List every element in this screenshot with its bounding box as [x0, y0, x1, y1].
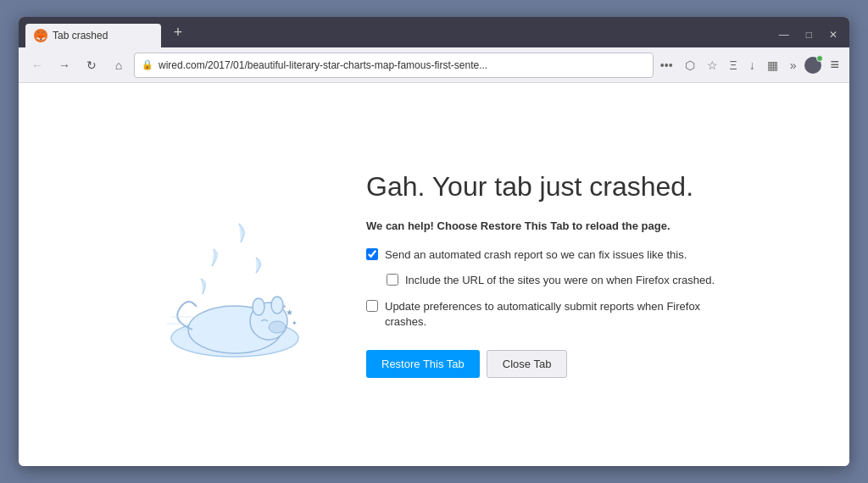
- new-tab-button[interactable]: +: [166, 20, 190, 44]
- crash-subtitle: We can help! Choose Restore This Tab to …: [366, 219, 722, 232]
- restore-tab-button[interactable]: Restore This Tab: [366, 350, 480, 378]
- pocket-icon[interactable]: ⬡: [682, 57, 698, 74]
- browser-tab[interactable]: 🦊 Tab crashed: [25, 24, 161, 47]
- sidebar-icon[interactable]: ▦: [764, 57, 782, 74]
- back-button[interactable]: ←: [25, 53, 49, 77]
- window-controls: — □ ✕: [774, 27, 843, 47]
- crash-report-checkbox-item: Send an automated crash report so we can…: [366, 247, 722, 263]
- reload-button[interactable]: ↻: [80, 53, 103, 77]
- address-bar[interactable]: 🔒 wired.com/2017/01/beautiful-literary-s…: [134, 53, 654, 78]
- checkbox-group: Send an automated crash report so we can…: [366, 247, 722, 330]
- svg-point-3: [253, 298, 264, 315]
- action-buttons: Restore This Tab Close Tab: [366, 350, 722, 378]
- bookmark-icon[interactable]: ☆: [704, 57, 721, 74]
- more-button[interactable]: •••: [657, 57, 676, 74]
- crash-content: Gah. Your tab just crashed. We can help!…: [366, 171, 722, 378]
- toolbar: ← → ↻ ⌂ 🔒 wired.com/2017/01/beautiful-li…: [19, 47, 849, 83]
- svg-point-5: [269, 321, 286, 333]
- page-content: ★ ✦ ★: [19, 83, 849, 466]
- home-button[interactable]: ⌂: [107, 53, 131, 77]
- crash-svg: ★ ✦ ★: [146, 181, 315, 368]
- tab-favicon: 🦊: [34, 29, 47, 42]
- include-url-checkbox[interactable]: [387, 274, 398, 286]
- profile-button[interactable]: [804, 57, 821, 74]
- close-tab-button[interactable]: Close Tab: [487, 350, 568, 378]
- lock-icon: 🔒: [142, 59, 153, 70]
- close-button[interactable]: ✕: [824, 27, 843, 42]
- profile-dot: [816, 55, 823, 62]
- download-icon[interactable]: ↓: [746, 57, 759, 74]
- tab-title: Tab crashed: [53, 30, 153, 42]
- hamburger-menu-button[interactable]: ≡: [826, 56, 843, 74]
- minimize-button[interactable]: —: [774, 27, 794, 42]
- forward-button[interactable]: →: [53, 53, 76, 77]
- crash-report-label[interactable]: Send an automated crash report so we can…: [385, 247, 687, 263]
- crash-report-checkbox[interactable]: [366, 248, 378, 260]
- include-url-checkbox-item: Include the URL of the sites you were on…: [387, 273, 722, 288]
- svg-text:★: ★: [281, 303, 287, 309]
- crash-illustration: ★ ✦ ★: [146, 181, 315, 368]
- crash-title: Gah. Your tab just crashed.: [366, 171, 722, 203]
- maximize-button[interactable]: □: [801, 27, 817, 42]
- address-text: wired.com/2017/01/beautiful-literary-sta…: [159, 59, 646, 71]
- reader-icon[interactable]: Ξ: [726, 57, 741, 74]
- include-url-label[interactable]: Include the URL of the sites you were on…: [405, 273, 715, 288]
- title-bar: 🦊 Tab crashed + — □ ✕: [19, 17, 849, 47]
- overflow-icon[interactable]: »: [787, 57, 800, 74]
- browser-window: 🦊 Tab crashed + — □ ✕ ← → ↻ ⌂ 🔒 wired.co…: [19, 17, 849, 466]
- auto-submit-label[interactable]: Update preferences to automatically subm…: [385, 299, 722, 330]
- auto-submit-checkbox[interactable]: [366, 300, 378, 312]
- auto-submit-checkbox-item: Update preferences to automatically subm…: [366, 299, 722, 330]
- svg-text:✦: ✦: [292, 319, 298, 327]
- toolbar-icons: ••• ⬡ ☆ Ξ ↓ ▦ » ≡: [657, 56, 843, 74]
- svg-text:★: ★: [286, 308, 293, 317]
